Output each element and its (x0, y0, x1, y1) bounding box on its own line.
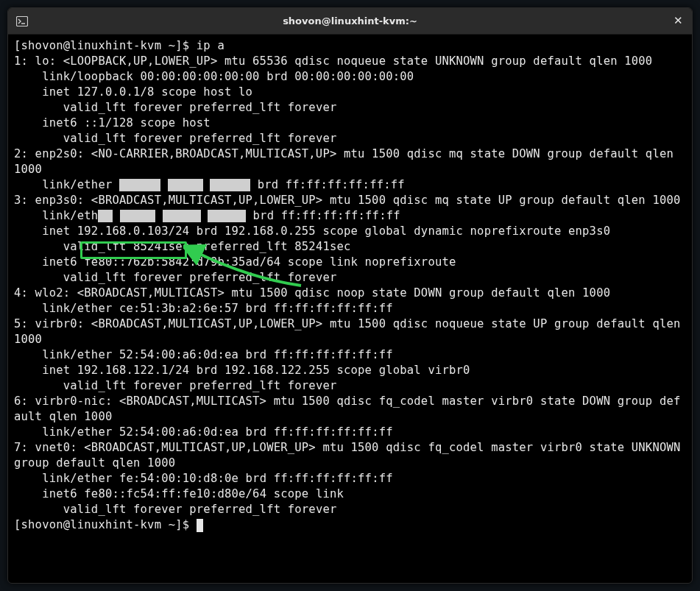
if5-inet: inet 192.168.122.1/24 brd 192.168.122.25… (14, 364, 470, 377)
prompt-user: [shovon@linuxhint-kvm ~]$ (14, 518, 197, 531)
if6-head: 6: virbr0-nic: <BROADCAST,MULTICAST> mtu… (14, 394, 681, 423)
prompt-user: [shovon@linuxhint-kvm ~]$ (14, 39, 197, 52)
cursor-icon (197, 519, 203, 532)
redacted-mac (119, 179, 160, 191)
if1-valid2: valid_lft forever preferred_lft forever (14, 132, 336, 145)
prompt-cmd: ip a (197, 39, 225, 52)
if7-head: 7: vnet0: <BROADCAST,MULTICAST,UP,LOWER_… (14, 441, 687, 470)
close-button[interactable]: ✕ (670, 13, 686, 29)
terminal-icon (15, 15, 29, 28)
if3-link-b: brd ff:ff:ff:ff:ff:ff (246, 209, 400, 222)
if1-inet6: inet6 ::1/128 scope host (14, 116, 217, 130)
close-icon: ✕ (674, 14, 683, 27)
redacted-mac (120, 210, 155, 222)
if5-link: link/ether 52:54:00:a6:0d:ea brd ff:ff:f… (14, 348, 393, 361)
prompt-line-1: [shovon@linuxhint-kvm ~]$ ip a (14, 39, 225, 52)
if3-link: link/eth brd ff:ff:ff:ff:ff:ff (14, 209, 400, 222)
if3-inet6: inet6 fe80::762b:5842:d79b:35ad/64 scope… (14, 255, 463, 269)
if3-link-a: link/eth (14, 209, 98, 222)
terminal-window: shovon@linuxhint-kvm:~ ✕ [shovon@linuxhi… (7, 7, 693, 584)
redacted-mac (168, 179, 203, 191)
if7-link: link/ether fe:54:00:10:d8:0e brd ff:ff:f… (14, 472, 393, 485)
if7-inet6: inet6 fe80::fc54:ff:fe10:d80e/64 scope l… (14, 487, 351, 500)
window-title: shovon@linuxhint-kvm:~ (8, 15, 692, 26)
if6-link: link/ether 52:54:00:a6:0d:ea brd ff:ff:f… (14, 425, 393, 439)
if1-link: link/loopback 00:00:00:00:00:00 brd 00:0… (14, 70, 414, 83)
if5-head: 5: virbr0: <BROADCAST,MULTICAST,UP,LOWER… (14, 317, 687, 346)
if3-inet: inet 192.168.0.103/24 brd 192.168.0.255 … (14, 224, 610, 238)
redacted-mac (98, 210, 113, 222)
if3-head: 3: enp3s0: <BROADCAST,MULTICAST,UP,LOWER… (14, 194, 681, 207)
prompt-line-2: [shovon@linuxhint-kvm ~]$ (14, 518, 203, 531)
if7-valid: valid_lft forever preferred_lft forever (14, 503, 336, 516)
if1-inet: inet 127.0.0.1/8 scope host lo (14, 85, 252, 99)
if3-valid: valid_lft 85241sec preferred_lft 85241se… (14, 240, 351, 253)
if2-link-b: brd ff:ff:ff:ff:ff:ff (250, 178, 405, 191)
redacted-mac (210, 179, 250, 191)
if1-head: 1: lo: <LOOPBACK,UP,LOWER_UP> mtu 65536 … (14, 54, 652, 68)
titlebar: shovon@linuxhint-kvm:~ ✕ (8, 8, 692, 35)
redacted-mac (208, 210, 246, 222)
if5-valid: valid_lft forever preferred_lft forever (14, 379, 336, 392)
redacted-mac (163, 210, 201, 222)
svg-rect-0 (17, 16, 28, 26)
terminal-body[interactable]: [shovon@linuxhint-kvm ~]$ ip a 1: lo: <L… (8, 34, 692, 583)
if2-link: link/ether brd ff:ff:ff:ff:ff:ff (14, 178, 405, 191)
if3-valid2: valid_lft forever preferred_lft forever (14, 271, 336, 284)
if2-head: 2: enp2s0: <NO-CARRIER,BROADCAST,MULTICA… (14, 147, 681, 176)
if1-valid: valid_lft forever preferred_lft forever (14, 101, 336, 114)
if2-link-a: link/ether (14, 178, 119, 191)
if4-head: 4: wlo2: <BROADCAST,MULTICAST> mtu 1500 … (14, 286, 610, 300)
if4-link: link/ether ce:51:3b:a2:6e:57 brd ff:ff:f… (14, 302, 393, 315)
